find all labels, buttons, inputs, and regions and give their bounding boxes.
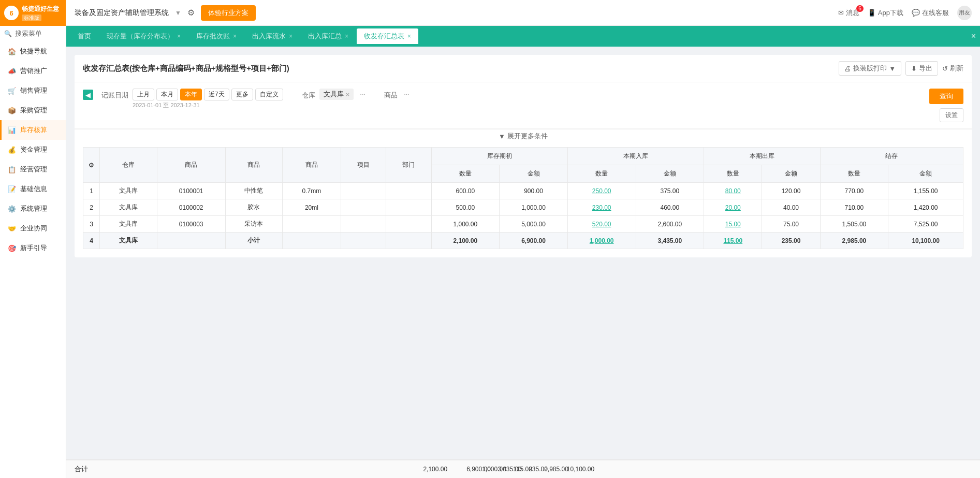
col-product-spec: 商品	[283, 148, 341, 183]
sidebar-item-guide[interactable]: 🎯 新手引导	[0, 238, 66, 258]
print-button[interactable]: 🖨 换装版打印 ▼	[839, 61, 901, 76]
expand-more-btn[interactable]: ▼ 展开更多条件	[75, 129, 972, 143]
trial-button[interactable]: 体验行业方案	[201, 5, 256, 21]
date-btn-custom[interactable]: 自定义	[255, 89, 283, 100]
tab-close-batch-account[interactable]: ×	[233, 33, 237, 40]
date-btn-last-month[interactable]: 上月	[133, 89, 154, 100]
query-section: 查询 设置	[929, 89, 963, 122]
sidebar-logo: 6 畅捷通好生意 标准版	[0, 0, 66, 26]
sidebar-item-sales[interactable]: 🛒 销售管理	[0, 81, 66, 100]
page-title: 收发存汇总表(按仓库+商品编码+商品+规格型号+项目+部门)	[83, 64, 289, 74]
date-btn-7days[interactable]: 近7天	[204, 89, 229, 100]
col-gear[interactable]: ⚙	[83, 148, 100, 183]
cell-in-amount: 460.00	[636, 199, 704, 216]
cell-product-code: 0100003	[157, 216, 225, 233]
date-label: 记账日期	[101, 89, 128, 100]
cell-in-qty[interactable]: 520.00	[567, 216, 636, 233]
cell-out-qty[interactable]: 115.00	[704, 233, 762, 249]
cell-opening-qty: 500.00	[431, 199, 500, 216]
arrow-icon: ◀	[85, 91, 91, 99]
sidebar-item-system[interactable]: ⚙️ 系统管理	[0, 199, 66, 219]
date-btn-this-year[interactable]: 本年	[180, 89, 202, 100]
tab-home[interactable]: 首页	[70, 28, 98, 44]
tab-inventory-dist[interactable]: 现存量（库存分布表） ×	[99, 28, 188, 44]
footer-summary: 合计 2,100.00 6,900.00 1,000.00 3,435.00 1…	[66, 459, 980, 478]
query-button[interactable]: 查询	[929, 89, 963, 104]
online-support-button[interactable]: 💬 在线客服	[912, 8, 949, 18]
tab-in-out-flow[interactable]: 出入库流水 ×	[245, 28, 300, 44]
tab-close-inventory-dist[interactable]: ×	[177, 33, 181, 40]
guide-icon: 🎯	[8, 244, 16, 252]
home-icon: 🏠	[8, 47, 16, 55]
sidebar-item-finance[interactable]: 💰 资金管理	[0, 140, 66, 160]
col-project: 项目	[341, 148, 386, 183]
cell-in-qty[interactable]: 250.00	[567, 183, 636, 199]
cell-no: 3	[83, 216, 100, 233]
cell-project	[341, 233, 386, 249]
cell-in-qty[interactable]: 230.00	[567, 199, 636, 216]
sidebar-item-marketing[interactable]: 📣 营销推广	[0, 61, 66, 81]
notifications-button[interactable]: ✉ 消息 6	[838, 8, 859, 18]
page-card: 收发存汇总表(按仓库+商品编码+商品+规格型号+项目+部门) 🖨 换装版打印 ▼…	[75, 55, 972, 257]
warehouse-more[interactable]: ...	[360, 89, 365, 96]
tab-bar-close-button[interactable]: ×	[971, 32, 976, 41]
date-range-display: 2023-01-01 至 2023-12-31	[133, 102, 283, 109]
cell-in-qty[interactable]: 1,000.00	[567, 233, 636, 249]
search-menu-item[interactable]: 🔍 搜索菜单	[0, 26, 66, 41]
sidebar-item-operations[interactable]: 📋 经营管理	[0, 160, 66, 179]
header-dropdown-icon: ▼	[175, 9, 181, 17]
footer-out-qty: 115.00	[508, 466, 523, 473]
warehouse-tag-close[interactable]: ×	[346, 91, 350, 98]
tab-close-in-out-flow[interactable]: ×	[289, 33, 292, 40]
sidebar-item-collab[interactable]: 🤝 企业协同	[0, 219, 66, 238]
cell-closing-amount: 7,525.00	[888, 216, 963, 233]
product-more[interactable]: ...	[404, 89, 409, 96]
col-opening-qty: 数量	[431, 165, 500, 183]
inventory-icon: 📊	[8, 126, 16, 134]
cell-out-qty[interactable]: 15.00	[704, 216, 762, 233]
export-button[interactable]: ⬇ 导出	[905, 61, 938, 76]
footer-opening-qty: 2,100.00	[409, 466, 461, 473]
warehouse-tag: 文具库 ×	[319, 89, 354, 100]
footer-data: 2,100.00 6,900.00 1,000.00 3,435.00 115.…	[96, 466, 972, 473]
sidebar-item-purchase[interactable]: 📦 采购管理	[0, 100, 66, 120]
cell-warehouse: 文具库	[100, 183, 157, 199]
settings-icon[interactable]: ⚙	[187, 8, 195, 18]
cell-product-spec	[283, 233, 341, 249]
tab-close-in-out-summary[interactable]: ×	[345, 33, 348, 40]
app-download-button[interactable]: 📱 App下载	[868, 8, 903, 18]
col-in-qty: 数量	[567, 165, 636, 183]
user-avatar[interactable]: 用友	[957, 6, 972, 20]
cell-no: 1	[83, 183, 100, 199]
col-opening-amount: 金额	[500, 165, 568, 183]
tab-recv-send-summary[interactable]: 收发存汇总表 ×	[357, 28, 418, 44]
cell-out-qty[interactable]: 20.00	[704, 199, 762, 216]
footer-opening-amount: 6,900.00	[461, 466, 477, 473]
sidebar-item-inventory[interactable]: 📊 库存核算	[0, 120, 66, 140]
tab-in-out-summary[interactable]: 出入库汇总 ×	[301, 28, 356, 44]
date-btn-more[interactable]: 更多	[231, 89, 253, 100]
warehouse-label: 仓库	[302, 89, 315, 100]
app-icon: 📱	[868, 9, 876, 17]
tab-close-recv-send-summary[interactable]: ×	[407, 33, 411, 40]
cell-department	[386, 199, 432, 216]
col-closing-amount: 金额	[888, 165, 963, 183]
settings-button[interactable]: 设置	[940, 108, 963, 122]
cell-out-amount: 235.00	[762, 233, 820, 249]
cell-out-qty[interactable]: 80.00	[704, 183, 762, 199]
refresh-button[interactable]: ↺ 刷新	[942, 64, 963, 73]
date-btn-this-month[interactable]: 本月	[156, 89, 178, 100]
page-header: 收发存汇总表(按仓库+商品编码+商品+规格型号+项目+部门) 🖨 换装版打印 ▼…	[75, 55, 972, 82]
filter-toggle-button[interactable]: ◀	[83, 90, 93, 100]
sidebar-item-quick-nav[interactable]: 🏠 快捷导航	[0, 41, 66, 61]
cell-closing-qty: 710.00	[820, 199, 888, 216]
cell-product-code: 0100002	[157, 199, 225, 216]
finance-icon: 💰	[8, 146, 16, 154]
cell-in-amount: 375.00	[636, 183, 704, 199]
refresh-icon: ↺	[942, 65, 948, 73]
sidebar-item-base-info[interactable]: 📝 基础信息	[0, 179, 66, 199]
product-label: 商品	[384, 89, 398, 100]
tab-batch-account[interactable]: 库存批次账 ×	[189, 28, 244, 44]
cell-warehouse: 文具库	[100, 216, 157, 233]
cell-out-amount: 120.00	[762, 183, 820, 199]
